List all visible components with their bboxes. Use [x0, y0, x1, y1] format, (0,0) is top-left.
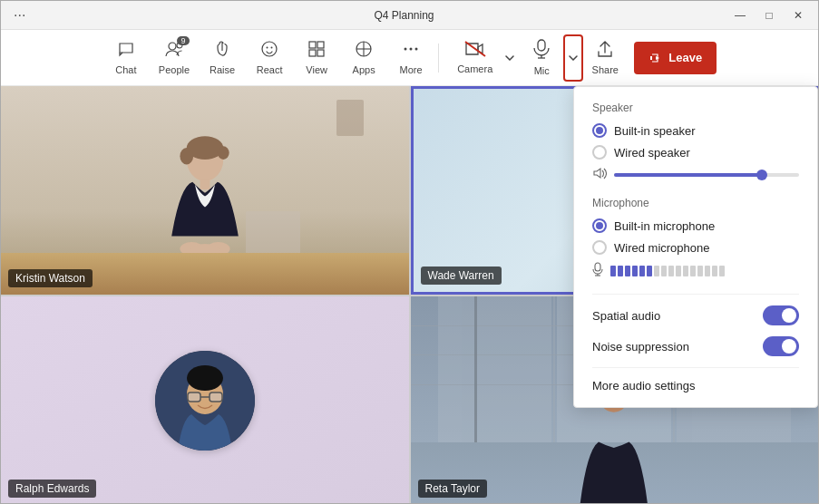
volume-thumb[interactable]: [756, 170, 767, 180]
camera-dropdown-arrow[interactable]: [500, 34, 520, 82]
level-bar-4: [632, 266, 638, 276]
view-label: View: [306, 64, 327, 75]
level-bar-7: [654, 266, 659, 276]
mic-builtin-option[interactable]: Built-in microphone: [592, 218, 799, 233]
people-icon: 9: [164, 40, 184, 63]
noise-suppression-row: Noise suppression: [592, 336, 799, 356]
svg-rect-16: [538, 40, 545, 51]
raise-button[interactable]: Raise: [199, 34, 246, 82]
minimize-button[interactable]: —: [727, 6, 753, 24]
chat-icon: [117, 40, 135, 63]
mic-wired-radio[interactable]: [592, 240, 607, 255]
apps-button[interactable]: Apps: [340, 34, 387, 82]
camera-button[interactable]: Camera: [450, 34, 500, 82]
mic-label: Mic: [534, 65, 550, 76]
level-bar-14: [705, 266, 710, 276]
speaker-builtin-option[interactable]: Built-in speaker: [592, 123, 799, 138]
level-bar-16: [719, 266, 725, 276]
name-tag-kristin: Kristin Watson: [8, 269, 93, 287]
level-bar-1: [610, 266, 616, 276]
share-icon: [596, 40, 614, 63]
mic-level-bars: [610, 266, 725, 276]
leave-label: Leave: [668, 51, 702, 64]
svg-rect-6: [317, 42, 324, 48]
window-controls: — □ ✕: [727, 6, 811, 24]
volume-icon: [592, 167, 607, 182]
spatial-audio-toggle[interactable]: [763, 305, 799, 325]
view-button[interactable]: View: [293, 34, 340, 82]
panel-divider-2: [592, 367, 799, 368]
mic-level-row: [592, 262, 799, 279]
svg-rect-39: [595, 263, 600, 271]
audio-panel: Speaker Built-in speaker Wired speaker: [573, 86, 818, 408]
apps-label: Apps: [353, 64, 375, 75]
svg-point-0: [169, 43, 176, 50]
svg-point-32: [187, 365, 223, 391]
svg-rect-34: [210, 393, 222, 402]
chat-button[interactable]: Chat: [102, 34, 150, 82]
speaker-section-title: Speaker: [592, 102, 799, 114]
react-label: React: [257, 64, 283, 75]
speaker-wired-label: Wired speaker: [614, 146, 690, 160]
leave-button[interactable]: Leave: [634, 42, 717, 74]
svg-point-4: [271, 47, 273, 49]
video-cell-kristin: Kristin Watson: [1, 86, 409, 295]
name-tag-wade: Wade Warren: [421, 267, 502, 285]
close-button[interactable]: ✕: [785, 6, 811, 24]
mic-icon: [533, 39, 550, 63]
view-icon: [307, 40, 326, 63]
svg-point-23: [218, 146, 229, 160]
video-cell-ralph: Ralph Edwards: [1, 296, 409, 504]
level-bar-13: [697, 266, 703, 276]
svg-rect-24: [200, 179, 210, 189]
window-title: Q4 Planning: [81, 9, 727, 22]
title-bar-more[interactable]: ···: [8, 7, 31, 24]
chat-label: Chat: [115, 64, 136, 75]
level-bar-10: [676, 266, 681, 276]
noise-suppression-label: Noise suppression: [592, 340, 689, 354]
panel-divider-1: [592, 294, 799, 295]
speaker-builtin-radio[interactable]: [592, 123, 607, 138]
main-content: Kristin Watson Wade Warren: [1, 86, 818, 504]
speaker-wired-option[interactable]: Wired speaker: [592, 145, 799, 160]
camera-label: Camera: [457, 63, 492, 74]
more-button[interactable]: More: [387, 34, 434, 82]
raise-label: Raise: [210, 64, 235, 75]
level-bar-5: [639, 266, 645, 276]
mic-dropdown-arrow[interactable]: [563, 34, 583, 82]
svg-rect-33: [188, 393, 200, 402]
mic-button[interactable]: Mic: [520, 34, 563, 82]
level-bar-11: [683, 266, 688, 276]
speaker-wired-radio[interactable]: [592, 145, 607, 160]
volume-row: [592, 167, 799, 182]
mic-builtin-label: Built-in microphone: [614, 219, 715, 233]
spatial-audio-label: Spatial audio: [592, 309, 660, 323]
volume-slider[interactable]: [614, 173, 799, 177]
svg-point-22: [180, 148, 193, 164]
svg-point-3: [267, 47, 268, 49]
name-tag-ralph: Ralph Edwards: [8, 480, 96, 498]
people-label: People: [159, 64, 190, 75]
svg-point-12: [405, 48, 407, 51]
speaker-builtin-label: Built-in speaker: [614, 124, 696, 138]
react-button[interactable]: React: [246, 34, 293, 82]
mic-wired-option[interactable]: Wired microphone: [592, 240, 799, 255]
level-bar-8: [661, 266, 667, 276]
toolbar-tools-group: Chat 9 People Raise: [102, 34, 434, 82]
level-bar-9: [668, 266, 674, 276]
noise-suppression-toggle[interactable]: [763, 336, 799, 356]
mic-level-icon: [592, 262, 603, 279]
svg-rect-19: [650, 56, 652, 60]
media-controls: Camera Mic: [450, 34, 717, 82]
apps-icon: [355, 40, 373, 63]
people-button[interactable]: 9 People: [150, 34, 199, 82]
more-audio-settings-link[interactable]: More audio settings: [592, 379, 799, 393]
maximize-button[interactable]: □: [756, 6, 782, 24]
toolbar: Chat 9 People Raise: [1, 30, 818, 86]
mic-builtin-radio[interactable]: [592, 218, 607, 233]
svg-rect-7: [309, 50, 316, 56]
level-bar-15: [712, 266, 717, 276]
share-button[interactable]: Share: [583, 34, 627, 82]
raise-icon: [213, 40, 231, 63]
camera-off-icon: [464, 41, 486, 62]
